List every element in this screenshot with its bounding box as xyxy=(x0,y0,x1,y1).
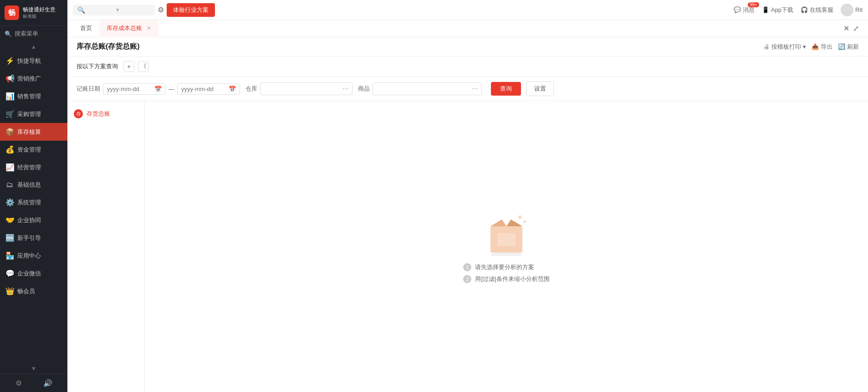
panel-close-btn[interactable]: ✕ xyxy=(843,24,849,33)
sidebar-logo: 畅 畅捷通好生意 标准版 xyxy=(0,0,67,26)
nav-icon-cooperation: 🤝 xyxy=(5,216,14,224)
nav-label-vip: 畅会员 xyxy=(17,287,35,295)
footer-speaker-btn[interactable]: 🔊 xyxy=(43,379,52,387)
nav-label-operation: 经营管理 xyxy=(17,163,41,172)
filter-label: 按以下方案查询 xyxy=(77,62,118,71)
user-avatar[interactable]: Rit xyxy=(841,4,863,16)
scheme-item-inventory-ledger[interactable]: 存 存货总账 xyxy=(67,106,144,122)
calendar-end-icon[interactable]: 📅 xyxy=(229,86,236,92)
sidebar-nav: ⚡ 快捷导航 📢 营销推广 📊 销售管理 🛒 采购管理 📦 库存核算 💰 资金管… xyxy=(0,52,67,363)
sidebar-item-inventory[interactable]: 📦 库存核算 xyxy=(0,123,67,141)
date-label: 记账日期 xyxy=(77,85,100,93)
sidebar-item-cooperation[interactable]: 🤝 企业协同 xyxy=(0,211,67,229)
service-icon: 🎧 xyxy=(801,6,808,13)
nav-icon-purchase: 🛒 xyxy=(5,110,14,118)
app-label: App下载 xyxy=(771,6,793,14)
filter-bar: 按以下方案查询 + 《 xyxy=(67,56,868,77)
sidebar-item-appstore[interactable]: 🏪 应用中心 xyxy=(0,247,67,265)
tip-text-2: 用[过滤]条件来缩小分析范围 xyxy=(475,275,549,283)
nav-label-purchase: 采购管理 xyxy=(17,110,41,118)
message-btn[interactable]: 💬 消息 99+ xyxy=(734,6,755,14)
svg-point-3 xyxy=(524,220,526,223)
goods-more-btn[interactable]: ··· xyxy=(472,85,478,93)
nav-icon-vip: 👑 xyxy=(5,287,14,295)
topbar-left: 🔍 ▾ ⚙ 体验行业方案 xyxy=(73,3,730,17)
service-label: 在线客服 xyxy=(810,6,833,14)
refresh-label: 刷新 xyxy=(847,43,859,51)
sidebar-item-guide[interactable]: 🆕 新手引导 xyxy=(0,229,67,247)
nav-label-system: 系统管理 xyxy=(17,199,41,207)
nav-icon-wechat: 💬 xyxy=(5,269,14,278)
tip-num-2: 2 xyxy=(463,275,471,283)
filter-goods-field: 商品 ··· xyxy=(358,82,482,95)
panel-top-right: ✕ ⤢ xyxy=(840,24,863,33)
sidebar-scroll-down[interactable]: ▼ xyxy=(0,363,67,374)
avatar-img xyxy=(841,4,853,16)
warehouse-more-btn[interactable]: ··· xyxy=(342,85,348,93)
tab-inventory-cost[interactable]: 库存成本总账 ✕ xyxy=(99,20,158,37)
message-icon: 💬 xyxy=(734,6,741,13)
nav-label-cooperation: 企业协同 xyxy=(17,216,41,224)
nav-icon-guide: 🆕 xyxy=(5,234,14,242)
date-end-input[interactable] xyxy=(181,86,227,92)
industry-btn[interactable]: 体验行业方案 xyxy=(167,3,215,17)
topbar: 🔍 ▾ ⚙ 体验行业方案 💬 消息 99+ 📱 App下载 🎧 在线客服 xyxy=(67,0,868,20)
print-icon: 🖨 xyxy=(764,43,770,50)
message-badge: 99+ xyxy=(748,2,759,7)
sidebar-scroll-up[interactable]: ▲ xyxy=(0,41,67,52)
topbar-gear-btn[interactable]: ⚙ xyxy=(158,5,164,14)
page-actions: 🖨 按模板打印 ▾ 📤 导出 🔄 刷新 xyxy=(764,43,859,51)
sidebar-item-sales[interactable]: 📊 销售管理 xyxy=(0,87,67,105)
date-start-input-wrap[interactable]: 📅 xyxy=(103,83,166,95)
nav-label-sales: 销售管理 xyxy=(17,92,41,101)
sidebar-item-finance[interactable]: 💰 资金管理 xyxy=(0,141,67,158)
refresh-btn[interactable]: 🔄 刷新 xyxy=(838,43,859,51)
nav-icon-appstore: 🏪 xyxy=(5,251,14,260)
topbar-right: 💬 消息 99+ 📱 App下载 🎧 在线客服 Rit xyxy=(734,4,863,16)
calendar-start-icon[interactable]: 📅 xyxy=(154,86,162,92)
sidebar-search-label: 搜索菜单 xyxy=(15,30,38,38)
topbar-dropdown-icon[interactable]: ▾ xyxy=(116,6,119,13)
empty-tip-2: 2 用[过滤]条件来缩小分析范围 xyxy=(463,275,549,283)
tab-home[interactable]: 首页 xyxy=(73,20,99,37)
sidebar-item-marketing[interactable]: 📢 营销推广 xyxy=(0,70,67,87)
sidebar-item-quick-nav[interactable]: ⚡ 快捷导航 xyxy=(0,52,67,70)
sidebar-item-system[interactable]: ⚙️ 系统管理 xyxy=(0,193,67,211)
sidebar-footer: ⚙ 🔊 xyxy=(0,374,67,392)
date-end-input-wrap[interactable]: 📅 xyxy=(177,83,240,95)
tab-close-btn[interactable]: ✕ xyxy=(147,25,151,31)
warehouse-input[interactable] xyxy=(264,86,341,92)
settings-btn[interactable]: 设置 xyxy=(526,81,554,96)
nav-label-marketing: 营销推广 xyxy=(17,75,41,83)
footer-settings-btn[interactable]: ⚙ xyxy=(15,379,22,387)
sidebar-item-operation[interactable]: 📈 经营管理 xyxy=(0,158,67,176)
panel-expand-btn[interactable]: ⤢ xyxy=(853,24,859,33)
topbar-search-area[interactable]: 🔍 ▾ xyxy=(73,5,155,15)
scheme-icon-inventory: 存 xyxy=(74,109,83,118)
goods-label: 商品 xyxy=(358,85,370,93)
sidebar-item-wechat[interactable]: 💬 企业微信 xyxy=(0,265,67,282)
sidebar-item-vip[interactable]: 👑 畅会员 xyxy=(0,282,67,300)
sidebar-search[interactable]: 🔍 搜索菜单 xyxy=(0,26,67,41)
export-btn[interactable]: 📤 导出 xyxy=(812,43,832,51)
goods-input-wrap[interactable]: ··· xyxy=(373,82,482,95)
sidebar-item-basic[interactable]: 🗂 基础信息 xyxy=(0,176,67,193)
logo-icon: 畅 xyxy=(5,5,19,20)
nav-label-inventory: 库存核算 xyxy=(17,128,41,136)
online-service-btn[interactable]: 🎧 在线客服 xyxy=(801,6,833,14)
page-header: 库存总账(存货总账) 🖨 按模板打印 ▾ 📤 导出 🔄 刷新 xyxy=(67,37,868,56)
filter-collapse-btn[interactable]: 《 xyxy=(138,61,149,72)
logo-text: 畅捷通好生意 标准版 xyxy=(23,6,56,20)
print-btn[interactable]: 🖨 按模板打印 ▾ xyxy=(764,43,806,51)
filter-add-btn[interactable]: + xyxy=(123,61,134,72)
nav-label-basic: 基础信息 xyxy=(17,181,41,189)
warehouse-input-wrap[interactable]: ··· xyxy=(260,82,352,95)
app-download-btn[interactable]: 📱 App下载 xyxy=(762,6,793,14)
sidebar-item-purchase[interactable]: 🛒 采购管理 xyxy=(0,105,67,123)
goods-input[interactable] xyxy=(377,86,470,92)
nav-icon-system: ⚙️ xyxy=(5,198,14,207)
date-start-input[interactable] xyxy=(107,86,153,92)
query-btn[interactable]: 查询 xyxy=(491,82,521,96)
svg-point-4 xyxy=(490,252,522,256)
nav-icon-quick: ⚡ xyxy=(5,56,14,65)
